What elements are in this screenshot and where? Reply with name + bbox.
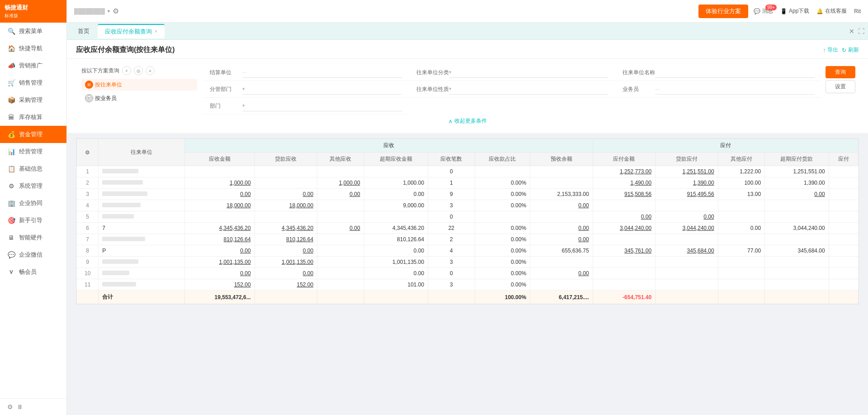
- sidebar-item-system[interactable]: ⚙ 系统管理: [0, 177, 66, 195]
- window-close-icon[interactable]: ✕: [849, 28, 854, 35]
- row-ar-loan[interactable]: 18,000.00: [255, 200, 317, 211]
- filter-cell-dept: 分管部门 ▾: [203, 81, 409, 98]
- filter-option-salesman[interactable]: 财 按业务员: [81, 92, 197, 104]
- row-ap-loan[interactable]: 0.00: [656, 211, 718, 223]
- dropdown-arrow-icon[interactable]: ▾: [108, 9, 110, 14]
- app-download-item[interactable]: 📱 App下载: [780, 7, 809, 15]
- dept-value[interactable]: ▾: [242, 84, 402, 95]
- row-ap-overdue[interactable]: 0.00: [765, 189, 829, 200]
- row-ar-other[interactable]: 1,000.00: [317, 177, 364, 189]
- sidebar-item-operations[interactable]: 📊 经营管理: [0, 143, 66, 160]
- messages-icon-item[interactable]: 💬 消息 99+: [754, 7, 773, 15]
- partner-name-value[interactable]: [655, 67, 815, 78]
- row-ap-loan[interactable]: 3,044,240.00: [656, 223, 718, 234]
- sidebar-item-quick-nav[interactable]: 🏠 快捷导航: [0, 40, 66, 57]
- sidebar-item-guide[interactable]: 🎯 新手引导: [0, 212, 66, 229]
- partner-nature-value[interactable]: ▾: [449, 84, 609, 95]
- row-ar-amount[interactable]: 4,345,436.20: [185, 223, 255, 234]
- footer-label: 合计: [99, 291, 185, 304]
- row-ar-amount[interactable]: 0.00: [185, 189, 255, 200]
- row-ar-amount[interactable]: 18,000.00: [185, 200, 255, 211]
- sidebar-item-smart[interactable]: 🖥 智能硬件: [0, 229, 66, 246]
- row-ap-amount[interactable]: 345,761.00: [593, 245, 656, 257]
- settings-button[interactable]: 设置: [826, 80, 855, 93]
- row-ar-prepaid[interactable]: 0.00: [530, 223, 593, 234]
- settings-bottom-icon[interactable]: ⚙: [7, 403, 13, 410]
- row-ar-amount[interactable]: 152.00: [185, 279, 255, 291]
- col-settings[interactable]: ⚙: [77, 139, 99, 166]
- user-info[interactable]: Rit: [854, 8, 861, 14]
- row-ap-loan[interactable]: 915,495.56: [656, 189, 718, 200]
- window-maximize-icon[interactable]: ⛶: [858, 28, 864, 35]
- online-support-item[interactable]: 🔔 在线客服: [816, 7, 847, 15]
- topbar-gear-icon[interactable]: ⚙: [113, 7, 119, 15]
- solution-button[interactable]: 体验行业方案: [698, 5, 748, 18]
- sidebar-item-wechat[interactable]: 💬 企业微信: [0, 246, 66, 263]
- salesman-value[interactable]: ···: [655, 84, 815, 95]
- col-ar-loan: 贷款应收: [255, 153, 317, 166]
- tab-bar: 首页 应收应付余额查询 × ✕ ⛶: [67, 23, 868, 40]
- row-ar-prepaid[interactable]: 0.00: [530, 200, 593, 211]
- target-scheme-icon[interactable]: ◎: [134, 66, 143, 75]
- row-ar-loan[interactable]: 0.00: [255, 268, 317, 279]
- row-ar-loan[interactable]: 810,126.64: [255, 234, 317, 245]
- filter-option-partner[interactable]: 财 按往来单位: [81, 79, 197, 91]
- row-ap-loan[interactable]: 1,251,551.00: [656, 166, 718, 177]
- collapse-sidebar-icon[interactable]: ⏸: [17, 403, 23, 410]
- sidebar-item-search[interactable]: 🔍 搜索菜单: [0, 23, 66, 40]
- row-ap-amount: [593, 268, 656, 279]
- row-ap-loan: [656, 268, 718, 279]
- export-button[interactable]: ↑ 导出: [823, 46, 838, 54]
- row-ar-other[interactable]: 0.00: [317, 223, 364, 234]
- settlement-value[interactable]: ···: [242, 67, 402, 78]
- dept-arrow: ▾: [242, 86, 245, 92]
- tab-home[interactable]: 首页: [71, 24, 97, 38]
- row-ar-other[interactable]: 0.00: [317, 189, 364, 200]
- tab-ar-ap-query[interactable]: 应收应付余额查询 ×: [98, 24, 165, 38]
- sidebar-item-member[interactable]: V 畅会员: [0, 263, 66, 281]
- row-partner: [99, 189, 185, 200]
- row-ap-amount[interactable]: 1,490.00: [593, 177, 656, 189]
- row-ar-loan[interactable]: 4,345,436.20: [255, 223, 317, 234]
- row-ar-amount[interactable]: 1,000.00: [185, 177, 255, 189]
- tab-close-icon[interactable]: ×: [155, 29, 157, 34]
- row-ap-amount[interactable]: 0.00: [593, 211, 656, 223]
- filter-left: 按以下方案查询 + ◎ « 财 按往来单位: [76, 64, 203, 114]
- breadcrumb-text: ████████: [74, 8, 105, 14]
- sidebar-item-sales[interactable]: 🛒 销售管理: [0, 74, 66, 91]
- row-ar-prepaid[interactable]: 0.00: [530, 268, 593, 279]
- row-ap-amount[interactable]: 3,044,240.00: [593, 223, 656, 234]
- row-ar-loan[interactable]: 0.00: [255, 189, 317, 200]
- refresh-button[interactable]: ↻ 刷新: [842, 46, 859, 54]
- row-ap-col5: [829, 189, 858, 200]
- sidebar-item-enterprise[interactable]: 🏢 企业协同: [0, 195, 66, 212]
- row-ar-amount[interactable]: 0.00: [185, 268, 255, 279]
- row-ar-loan[interactable]: 1,001,135.00: [255, 257, 317, 268]
- row-ap-amount[interactable]: 1,252,773.00: [593, 166, 656, 177]
- row-ap-overdue: [765, 268, 829, 279]
- logo-edition: 标准版: [5, 13, 28, 19]
- arrow-scheme-icon[interactable]: «: [146, 66, 155, 75]
- sidebar-item-purchase[interactable]: 📦 采购管理: [0, 91, 66, 109]
- partner-name-input[interactable]: [655, 69, 815, 76]
- row-ar-amount[interactable]: 0.00: [185, 245, 255, 257]
- row-ar-prepaid[interactable]: 0.00: [530, 234, 593, 245]
- data-table-wrapper: ⚙ 往来单位 应收 应付 应收金额 贷款应收 其他应收 超期应收金额 应收笔数: [76, 138, 859, 305]
- row-ar-loan[interactable]: 152.00: [255, 279, 317, 291]
- department-value[interactable]: ▾: [242, 100, 402, 111]
- sidebar-item-marketing[interactable]: 📣 营销推广: [0, 57, 66, 74]
- partner-nature-label: 往来单位性质: [416, 86, 449, 93]
- query-button[interactable]: 查询: [826, 66, 855, 78]
- sidebar-item-inventory[interactable]: 🏛 库存核算: [0, 109, 66, 126]
- add-scheme-icon[interactable]: +: [122, 66, 131, 75]
- sidebar-item-finance[interactable]: 💰 资金管理: [0, 126, 66, 143]
- row-ap-loan[interactable]: 345,684.00: [656, 245, 718, 257]
- partner-type-value[interactable]: ▾: [449, 67, 609, 78]
- row-ar-amount[interactable]: 810,126.64: [185, 234, 255, 245]
- filter-collapse[interactable]: ∧ 收起更多条件: [76, 114, 859, 128]
- row-ar-amount[interactable]: 1,001,135.00: [185, 257, 255, 268]
- row-ap-amount[interactable]: 915,508.56: [593, 189, 656, 200]
- row-ar-loan[interactable]: 0.00: [255, 245, 317, 257]
- sidebar-item-basic-info[interactable]: 📋 基础信息: [0, 160, 66, 177]
- row-ap-loan[interactable]: 1,390.00: [656, 177, 718, 189]
